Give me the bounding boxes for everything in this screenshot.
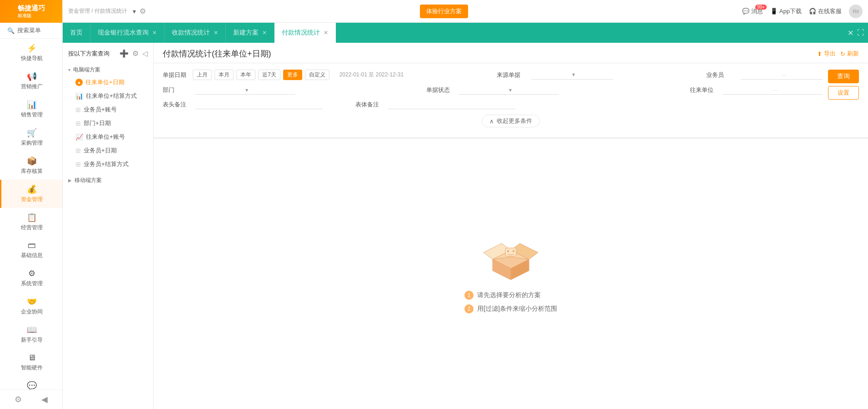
sidebar-item-operation[interactable]: 📋经营管理 [0, 208, 62, 236]
salesman-dots-icon[interactable]: ··· [780, 71, 820, 78]
sidebar-item-inventory[interactable]: 📦库存核算 [0, 151, 62, 180]
empty-state: 1 请先选择要分析的方案 2 用[过滤]条件来缩小分析范围 [154, 139, 868, 409]
sidebar-label-inventory: 库存核算 [21, 167, 43, 175]
tab-close-pay-stats[interactable]: ✕ [324, 30, 328, 36]
date-btn-custom[interactable]: 自定义 [305, 70, 329, 80]
breadcrumb-dropdown-icon[interactable]: ▾ [133, 8, 136, 15]
tab-home[interactable]: 首页 [63, 23, 90, 43]
close-window-icon[interactable]: ✕ [848, 29, 853, 37]
query-btn[interactable]: 查询 [828, 70, 859, 83]
filter-memo-row: 表头备注 表体备注 [163, 100, 823, 109]
scheme-item-salesman-settle[interactable]: ⊞业务员+结算方式 [63, 157, 153, 171]
sidebar-item-sales[interactable]: 📊销售管理 [0, 95, 62, 123]
messages-btn[interactable]: 💬 消息 99+ [742, 7, 763, 15]
topbar-right: 💬 消息 99+ 📱 App下载 🎧 在线客服 Rit [742, 5, 863, 18]
sidebar-item-quick-nav[interactable]: ⚡快捷导航 [0, 39, 62, 67]
tip-2: 2 用[过滤]条件来缩小分析范围 [464, 304, 557, 313]
tab-label-pay-stats: 付款情况统计 [282, 29, 320, 37]
online-service-btn[interactable]: 🎧 在线客服 [809, 7, 842, 15]
body-note-input[interactable] [388, 100, 515, 109]
collapse-sidebar-icon[interactable]: ◀ [41, 394, 48, 404]
date-btn-this-month[interactable]: 本月 [215, 70, 234, 80]
sidebar-item-enterprise[interactable]: 🤝企业协同 [0, 292, 62, 320]
sidebar-icon-hardware: 🖥 [28, 353, 36, 363]
sidebar-nav: ⚡快捷导航📢营销推广📊销售管理🛒采购管理📦库存核算💰资金管理📋经营管理🗃基础信息… [0, 39, 62, 389]
filter-main-row: 单据日期 上月 本月 本年 近7天 更多 自定义 2022-01-01 至 20… [163, 70, 859, 111]
right-panel: 付款情况统计(往来单位+日期) ⬆ 导出 ↻ 刷新 [154, 43, 868, 409]
collapse-conditions-btn[interactable]: ∧ 收起更多条件 [482, 115, 540, 127]
sidebar-item-guide[interactable]: 📖新手引导 [0, 320, 62, 348]
add-scheme-icon[interactable]: ➕ [120, 49, 129, 58]
header-note-input[interactable] [195, 100, 323, 109]
tip-2-num: 2 [464, 304, 474, 313]
voucher-status-select[interactable]: ▾ [459, 86, 559, 95]
date-btn-last-month[interactable]: 上月 [193, 70, 212, 80]
tab-close-bank-flow[interactable]: ✕ [152, 30, 157, 36]
sidebar-label-basic: 基础信息 [21, 252, 43, 259]
search-label: 搜索菜单 [17, 26, 41, 35]
date-btn-last7[interactable]: 近7天 [258, 70, 280, 80]
source-value [534, 71, 572, 78]
trial-btn[interactable]: 体验行业方案 [420, 5, 468, 18]
sidebar-item-basic[interactable]: 🗃基础信息 [0, 236, 62, 264]
topbar-settings-icon[interactable]: ⚙ [140, 7, 146, 15]
date-btn-this-year[interactable]: 本年 [236, 70, 255, 80]
tab-new-scheme[interactable]: 新建方案✕ [226, 23, 274, 43]
scheme-item-unit-settle[interactable]: 📊往来单位+结算方式 [63, 89, 153, 103]
tabbar: 首页现金银行流水查询✕收款情况统计✕新建方案✕付款情况统计✕ ✕ ⛶ [63, 23, 868, 43]
tab-bank-flow[interactable]: 现金银行流水查询✕ [90, 23, 165, 43]
scheme-item-unit-date[interactable]: ●往来单位+日期 [63, 76, 153, 89]
scheme-item-dept-date[interactable]: ⊞部门+日期 [63, 116, 153, 130]
scheme-item-salesman-date[interactable]: ⊞业务员+日期 [63, 144, 153, 157]
scheme-section-title-pc[interactable]: ▾电脑端方案 [63, 64, 153, 76]
tab-pay-stats[interactable]: 付款情况统计✕ [274, 23, 336, 43]
partner-select[interactable]: ··· [723, 86, 823, 95]
partner-dots-icon[interactable]: ··· [771, 86, 820, 93]
sidebar-item-wechat[interactable]: 💬企业微信 [0, 376, 62, 389]
tab-label-home: 首页 [70, 29, 83, 37]
search-menu[interactable]: 🔍 搜索菜单 [0, 23, 62, 39]
dept-select[interactable]: ▾ [195, 86, 295, 95]
filter-settings-btn[interactable]: 设置 [828, 86, 859, 100]
scheme-item-salesman-account[interactable]: ⊞业务员+账号 [63, 103, 153, 116]
partner-label: 往来单位 [690, 86, 715, 94]
sidebar-item-system[interactable]: ⚙系统管理 [0, 264, 62, 292]
tab-receive-stats[interactable]: 收款情况统计✕ [165, 23, 226, 43]
scheme-item-unit-account[interactable]: 📈往来单位+账号 [63, 130, 153, 144]
filter-date-row: 单据日期 上月 本月 本年 近7天 更多 自定义 2022-01-01 至 20… [163, 70, 823, 80]
scheme-icon-salesman-account: ⊞ [75, 106, 81, 113]
sidebar-item-finance[interactable]: 💰资金管理 [0, 180, 62, 208]
date-label: 单据日期 [163, 71, 188, 79]
app-download-btn[interactable]: 📱 App下载 [770, 7, 802, 15]
scheme-item-label-salesman-account: 业务员+账号 [84, 106, 117, 114]
tab-close-receive-stats[interactable]: ✕ [214, 30, 218, 36]
service-icon: 🎧 [809, 8, 816, 15]
tab-close-new-scheme[interactable]: ✕ [262, 30, 267, 36]
scheme-settings-icon[interactable]: ⚙ [132, 49, 139, 58]
tip-1-num: 1 [464, 291, 474, 300]
sidebar-label-finance: 资金管理 [21, 196, 43, 203]
scheme-section-title-mobile[interactable]: ▶移动端方案 [63, 175, 153, 186]
export-btn[interactable]: ⬆ 导出 [817, 50, 836, 58]
sidebar-icon-wechat: 💬 [27, 381, 37, 389]
sidebar-item-hardware[interactable]: 🖥智能硬件 [0, 348, 62, 376]
settings-icon[interactable]: ⚙ [15, 394, 22, 404]
source-select[interactable]: ▾ [531, 71, 613, 80]
page-header-actions: ⬆ 导出 ↻ 刷新 [817, 50, 859, 58]
empty-illustration [484, 234, 538, 282]
salesman-select[interactable]: ··· [741, 71, 823, 80]
sidebar-item-purchase[interactable]: 🛒采购管理 [0, 123, 62, 151]
active-indicator-unit-date: ● [75, 79, 83, 86]
scheme-item-label-unit-account: 往来单位+账号 [86, 133, 125, 141]
sidebar-item-marketing[interactable]: 📢营销推广 [0, 67, 62, 95]
expand-window-icon[interactable]: ⛶ [857, 29, 864, 37]
panel-collapse-icon[interactable]: ◁ [142, 49, 148, 58]
sidebar-label-guide: 新手引导 [21, 336, 43, 344]
user-avatar[interactable]: Rit [849, 5, 863, 18]
export-icon: ⬆ [817, 50, 822, 57]
phone-icon: 📱 [770, 8, 778, 15]
scheme-icon-unit-account: 📈 [75, 133, 83, 141]
refresh-btn[interactable]: ↻ 刷新 [840, 50, 859, 58]
tip-2-text: 用[过滤]条件来缩小分析范围 [477, 305, 557, 313]
date-btn-more[interactable]: 更多 [283, 70, 302, 80]
